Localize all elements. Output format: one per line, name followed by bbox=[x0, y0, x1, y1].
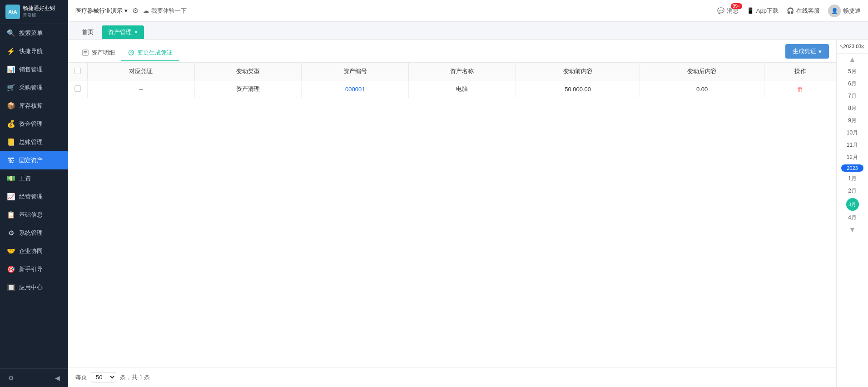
customer-service-icon: 🎧 bbox=[787, 7, 794, 14]
row-checkbox[interactable] bbox=[74, 85, 81, 92]
table-header-checkbox[interactable] bbox=[68, 63, 88, 80]
sidebar-item-quicknav[interactable]: ⚡ 快捷导航 bbox=[0, 42, 68, 60]
sidebar-logo: AtA 畅捷通好业财 普及版 bbox=[0, 0, 68, 24]
bizmanage-icon: 📈 bbox=[6, 192, 15, 201]
sub-tabs-bar: 资产明细 变 变更生成凭证 生成凭证 ▾ bbox=[68, 40, 836, 63]
sidebar-item-ledger[interactable]: 📒 总账管理 bbox=[0, 133, 68, 151]
dropdown-chevron-icon: ▾ bbox=[124, 7, 128, 14]
table-row: -- 资产清理 000001 电脑 50,000.00 0.00 🗑 bbox=[68, 80, 836, 98]
svg-text:变: 变 bbox=[130, 51, 133, 55]
timeline-scroll-up[interactable]: ▲ bbox=[837, 54, 868, 65]
expand-timeline-icon[interactable]: ⤡ bbox=[839, 43, 844, 50]
close-timeline-icon[interactable]: ✕ bbox=[860, 43, 865, 50]
timeline-section: 5月6月7月8月9月10月11月12月 bbox=[837, 65, 868, 164]
col-change-type: 变动类型 bbox=[194, 63, 302, 80]
generate-voucher-button[interactable]: 生成凭证 ▾ bbox=[785, 44, 829, 59]
timeline-month-item[interactable]: 3月 bbox=[846, 198, 859, 211]
sub-tabs-left: 资产明细 变 变更生成凭证 bbox=[75, 45, 179, 61]
basicinfo-icon: 📋 bbox=[6, 210, 15, 219]
timeline-month-item[interactable]: 1月 bbox=[837, 173, 868, 185]
logo-icon: AtA bbox=[5, 5, 20, 19]
table-wrapper: 对应凭证 变动类型 资产编号 资产名称 变动前内容 变动后内容 操作 -- 资产… bbox=[68, 63, 836, 367]
ledger-icon: 📒 bbox=[6, 138, 15, 147]
sidebar-item-payroll[interactable]: 💵 工资 bbox=[0, 169, 68, 188]
timeline-scroll-down[interactable]: ▼ bbox=[837, 224, 868, 236]
sidebar-item-newguide[interactable]: 🎯 新手引导 bbox=[0, 260, 68, 278]
row-change-type: 资产清理 bbox=[194, 80, 302, 98]
sidebar: AtA 畅捷通好业财 普及版 🔍 搜索菜单 ⚡ 快捷导航 📊 销售管理 🛒 采购… bbox=[0, 0, 68, 387]
change-voucher-icon: 变 bbox=[128, 49, 135, 56]
generate-voucher-label: 生成凭证 bbox=[793, 47, 816, 55]
quicknav-icon: ⚡ bbox=[6, 47, 15, 56]
message-icon: 💬 bbox=[717, 7, 724, 14]
timeline-panel: ⤡ 2023.03 ✕ ▲ 5月6月7月8月9月10月11月12月20231月2… bbox=[836, 40, 868, 387]
generate-dropdown-icon: ▾ bbox=[818, 48, 822, 55]
search-icon: 🔍 bbox=[6, 29, 15, 38]
timeline-month-item[interactable]: 6月 bbox=[837, 78, 868, 90]
sidebar-item-appcenter[interactable]: 🔲 应用中心 bbox=[0, 278, 68, 297]
cloud-icon: ☁ bbox=[143, 7, 149, 14]
tab-close-icon[interactable]: × bbox=[134, 29, 138, 35]
sidebar-item-sales[interactable]: 📊 销售管理 bbox=[0, 60, 68, 79]
sidebar-item-sysmanage[interactable]: ⚙ 系统管理 bbox=[0, 224, 68, 242]
header-checkbox[interactable] bbox=[74, 68, 81, 74]
col-asset-name: 资产名称 bbox=[409, 63, 516, 80]
col-action: 操作 bbox=[764, 63, 836, 80]
timeline-month-item[interactable]: 5月 bbox=[837, 65, 868, 78]
tab-home-label: 首页 bbox=[82, 28, 94, 36]
pagination-separator: 条，共 1 条 bbox=[120, 373, 150, 382]
sub-tab-change-voucher[interactable]: 变 变更生成凭证 bbox=[121, 45, 179, 61]
per-page-select[interactable]: 50 100 bbox=[91, 372, 116, 382]
timeline-month-item[interactable]: 9月 bbox=[837, 114, 868, 127]
company-name: 医疗器械行业演示 bbox=[75, 7, 123, 15]
customer-service-button[interactable]: 🎧 在线客服 bbox=[787, 7, 820, 15]
sidebar-item-bizmanage[interactable]: 📈 经营管理 bbox=[0, 188, 68, 206]
user-profile-button[interactable]: 👤 畅捷通 bbox=[828, 5, 861, 17]
app-download-icon: 📱 bbox=[747, 7, 754, 14]
experience-button[interactable]: ☁ 我要体验一下 bbox=[143, 7, 187, 15]
sidebar-item-collab[interactable]: 🤝 企业协同 bbox=[0, 242, 68, 260]
timeline-month-item[interactable]: 4月 bbox=[837, 212, 868, 224]
row-checkbox-cell[interactable] bbox=[68, 80, 88, 98]
settings-icon[interactable]: ⚙ bbox=[132, 6, 139, 15]
logo-subtitle: 普及版 bbox=[23, 12, 55, 19]
timeline-year-label: 2023 bbox=[841, 164, 863, 172]
row-after: 0.00 bbox=[640, 80, 764, 98]
sub-tab-asset-detail[interactable]: 资产明细 bbox=[75, 45, 121, 61]
sidebar-item-inventory[interactable]: 📦 库存核算 bbox=[0, 97, 68, 115]
sub-tab-asset-detail-label: 资产明细 bbox=[91, 49, 115, 57]
app-download-button[interactable]: 📱 App下载 bbox=[747, 7, 779, 15]
sidebar-bottom: ⚙ ◀ bbox=[0, 368, 68, 387]
settings-bottom-icon[interactable]: ⚙ bbox=[6, 373, 15, 382]
pagination: 每页 50 100 条，共 1 条 bbox=[68, 367, 836, 387]
collapse-sidebar-button[interactable]: ◀ bbox=[53, 373, 62, 382]
sidebar-item-basicinfo[interactable]: 📋 基础信息 bbox=[0, 206, 68, 224]
timeline-month-item[interactable]: 2月 bbox=[837, 185, 868, 197]
timeline-month-item[interactable]: 8月 bbox=[837, 102, 868, 114]
company-selector[interactable]: 医疗器械行业演示 ▾ bbox=[75, 7, 128, 15]
timeline-month-item[interactable]: 10月 bbox=[837, 127, 868, 139]
sidebar-item-search[interactable]: 🔍 搜索菜单 bbox=[0, 24, 68, 42]
timeline-month-item[interactable]: 11月 bbox=[837, 139, 868, 151]
changes-table: 对应凭证 变动类型 资产编号 资产名称 变动前内容 变动后内容 操作 -- 资产… bbox=[68, 63, 836, 98]
funds-icon: 💰 bbox=[6, 119, 15, 129]
sidebar-item-purchase[interactable]: 🛒 采购管理 bbox=[0, 79, 68, 97]
purchase-icon: 🛒 bbox=[6, 83, 15, 92]
newguide-icon: 🎯 bbox=[6, 265, 15, 274]
timeline-header-date: 2023.03 bbox=[843, 44, 862, 49]
delete-row-icon[interactable]: 🗑 bbox=[797, 85, 804, 93]
row-before: 50,000.00 bbox=[516, 80, 640, 98]
row-asset-no: 000001 bbox=[302, 80, 409, 98]
tab-asset-management[interactable]: 资产管理 × bbox=[102, 25, 144, 39]
timeline-month-item[interactable]: 7月 bbox=[837, 90, 868, 102]
message-button[interactable]: 💬 消息 99+ bbox=[717, 7, 739, 15]
sidebar-item-fixedasset[interactable]: 🏗 固定资产 bbox=[0, 151, 68, 169]
sidebar-item-funds[interactable]: 💰 资金管理 bbox=[0, 115, 68, 133]
content-area: 资产明细 变 变更生成凭证 生成凭证 ▾ bbox=[68, 40, 868, 387]
sales-icon: 📊 bbox=[6, 65, 15, 74]
tab-home[interactable]: 首页 bbox=[75, 25, 100, 39]
topbar: 医疗器械行业演示 ▾ ⚙ ☁ 我要体验一下 💬 消息 99+ 📱 App下载 🎧… bbox=[68, 0, 868, 22]
row-action[interactable]: 🗑 bbox=[764, 80, 836, 98]
col-after: 变动后内容 bbox=[640, 63, 764, 80]
timeline-month-item[interactable]: 12月 bbox=[837, 151, 868, 164]
